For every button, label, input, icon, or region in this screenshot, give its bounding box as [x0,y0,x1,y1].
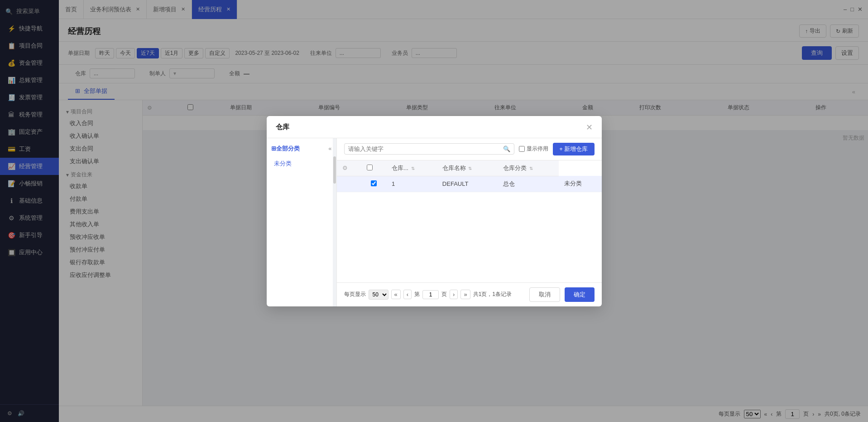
modal-col-category: 仓库分类 ⇅ [498,160,559,176]
modal-overlay: 仓库 ✕ ⊞ 全部分类 « 未分类 [0,0,868,422]
col-category-sort[interactable]: ⇅ [529,166,533,171]
modal-pagination: 每页显示 50 « ‹ 第 页 › » 共1页，1条记录 [344,290,512,300]
modal-prev-btn[interactable]: ‹ [403,290,412,299]
modal-col-code: 仓库... ⇅ [386,160,437,176]
cancel-button[interactable]: 取消 [529,287,560,302]
col-name-sort[interactable]: ⇅ [468,166,472,171]
modal-search-input[interactable] [348,146,501,152]
modal-left-uncategorized[interactable]: 未分类 [267,156,336,171]
modal-toolbar: 🔍 显示停用 + 新增仓库 [337,138,602,160]
modal-last-btn[interactable]: » [460,290,470,299]
row-category-cell: 未分类 [559,176,602,192]
modal-col-checkbox[interactable] [361,160,387,176]
col-code-sort[interactable]: ⇅ [411,166,415,171]
modal-collapse-icon[interactable]: « [328,145,331,152]
modal-page-input[interactable] [422,290,439,299]
add-warehouse-button[interactable]: + 新增仓库 [553,143,594,155]
modal-left-panel: ⊞ 全部分类 « 未分类 [267,138,337,306]
modal-select-all[interactable] [367,165,373,170]
warehouse-modal: 仓库 ✕ ⊞ 全部分类 « 未分类 [267,116,602,306]
all-category-label: 全部分类 [276,145,300,153]
modal-footer: 每页显示 50 « ‹ 第 页 › » 共1页，1条记录 [337,282,602,306]
modal-action-buttons: 取消 确定 [529,287,595,302]
modal-header: 仓库 ✕ [267,116,602,138]
modal-warehouse-table: ⚙ 仓库... ⇅ 仓库名称 ⇅ [337,160,602,192]
modal-page-label: 第 [414,291,420,298]
row-settings-cell [337,176,361,192]
show-disabled-label[interactable]: 显示停用 [519,145,548,153]
modal-per-page-select[interactable]: 50 [369,290,388,300]
show-disabled-text: 显示停用 [527,145,548,153]
modal-per-page-label: 每页显示 [344,291,366,298]
modal-table-area: ⚙ 仓库... ⇅ 仓库名称 ⇅ [337,160,602,282]
modal-title: 仓库 [276,123,289,131]
modal-page-suffix: 页 [441,291,447,298]
table-row[interactable]: 1 DEFAULT 总仓 未分类 [337,176,602,192]
row-code-cell: DEFAULT [437,176,498,192]
modal-close-button[interactable]: ✕ [586,122,593,132]
scroll-thumb [333,156,336,184]
scroll-track [333,138,336,306]
row-checkbox[interactable] [371,180,377,186]
modal-col-name: 仓库名称 ⇅ [437,160,498,176]
modal-search-box: 🔍 [344,143,515,155]
col-code-label: 仓库... [392,165,408,171]
row-checkbox-cell [361,176,387,192]
modal-next-btn[interactable]: › [450,290,458,299]
col-category-label: 仓库分类 [503,165,527,171]
modal-search-icon[interactable]: 🔍 [503,146,510,152]
modal-first-btn[interactable]: « [391,290,401,299]
row-name-cell: 总仓 [498,176,559,192]
all-category-icon: ⊞ [271,145,276,152]
modal-col-settings[interactable]: ⚙ [337,160,361,176]
show-disabled-checkbox[interactable] [519,146,525,152]
modal-body: ⊞ 全部分类 « 未分类 🔍 [267,138,602,306]
modal-total-label: 共1页，1条记录 [473,291,512,298]
row-id-cell: 1 [386,176,437,192]
col-name-label: 仓库名称 [442,165,466,171]
confirm-button[interactable]: 确定 [565,287,595,302]
modal-right-panel: 🔍 显示停用 + 新增仓库 ⚙ [337,138,602,306]
modal-left-header: ⊞ 全部分类 « [267,143,336,156]
